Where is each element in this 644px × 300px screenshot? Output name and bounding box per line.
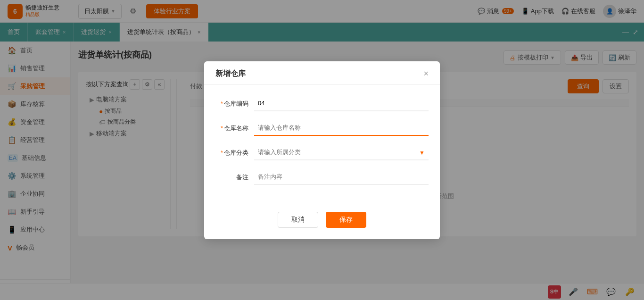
modal-overlay[interactable]: 新增仓库 × *仓库编码 *仓库名称 *仓库分类	[0, 0, 644, 300]
form-row-name: *仓库名称	[215, 121, 429, 136]
note-input[interactable]	[254, 170, 429, 185]
note-label: 备注	[215, 173, 248, 182]
form-row-category: *仓库分类 ▼	[215, 145, 429, 160]
category-required-mark: *	[221, 149, 223, 156]
name-required-mark: *	[221, 125, 223, 132]
cancel-button[interactable]: 取消	[278, 212, 318, 228]
category-input[interactable]	[254, 145, 429, 160]
modal-close-button[interactable]: ×	[423, 69, 429, 79]
code-input[interactable]	[254, 96, 429, 111]
code-required-mark: *	[221, 100, 223, 107]
category-select-wrap: ▼	[254, 145, 429, 160]
modal-body: *仓库编码 *仓库名称 *仓库分类 ▼	[204, 85, 440, 200]
form-row-code: *仓库编码	[215, 96, 429, 111]
name-input[interactable]	[254, 121, 429, 136]
name-label: *仓库名称	[215, 124, 248, 133]
new-warehouse-modal: 新增仓库 × *仓库编码 *仓库名称 *仓库分类	[204, 61, 440, 239]
form-row-note: 备注	[215, 170, 429, 185]
save-button[interactable]: 保存	[326, 212, 366, 228]
modal-header: 新增仓库 ×	[204, 61, 440, 85]
code-label: *仓库编码	[215, 100, 248, 108]
category-label: *仓库分类	[215, 149, 248, 157]
modal-title: 新增仓库	[215, 69, 246, 79]
modal-footer: 取消 保存	[204, 204, 440, 239]
